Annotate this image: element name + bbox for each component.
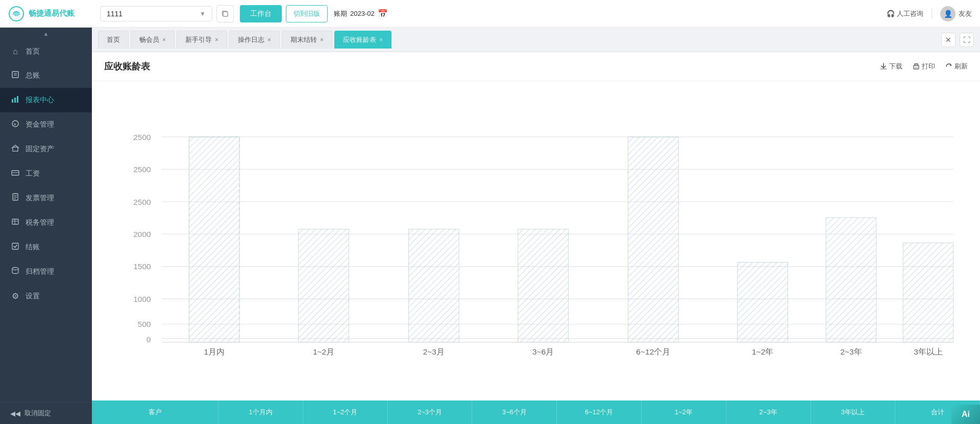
tab-home[interactable]: 首页 xyxy=(98,31,129,49)
svg-text:1~2月: 1~2月 xyxy=(313,347,334,356)
sidebar-item-settings[interactable]: ⚙ 设置 xyxy=(0,284,92,308)
sidebar-item-label-invoice: 发票管理 xyxy=(26,194,54,203)
sidebar-item-assets[interactable]: 固定资产 xyxy=(0,137,92,161)
refresh-button[interactable]: 刷新 xyxy=(945,62,968,71)
settlement-icon xyxy=(10,242,20,252)
svg-point-21 xyxy=(12,268,18,270)
logo-area: 畅捷通易代账 xyxy=(8,6,100,22)
sidebar-item-settlement[interactable]: 结账 xyxy=(0,235,92,260)
assets-icon xyxy=(10,144,20,154)
invoice-icon xyxy=(10,193,20,203)
svg-text:2500: 2500 xyxy=(133,133,151,142)
tab-oplog[interactable]: 操作日志 × xyxy=(229,31,280,49)
svg-rect-47 xyxy=(738,262,788,342)
user-area[interactable]: 👤 友友 xyxy=(940,6,972,21)
sidebar-item-funds[interactable]: ¥ 资金管理 xyxy=(0,112,92,137)
period-area: 账期 2023-02 📅 xyxy=(334,9,388,18)
sidebar-scroll: ▲ ⌂ 首页 总账 xyxy=(0,28,92,402)
svg-rect-49 xyxy=(903,243,953,342)
page-title: 应收账龄表 xyxy=(104,60,150,73)
tab-aging-label: 应收账龄表 xyxy=(343,35,376,44)
sidebar-item-reports[interactable]: 报表中心 xyxy=(0,88,92,112)
period-label: 账期 xyxy=(334,9,347,18)
pin-icon: ◀◀ xyxy=(10,410,20,417)
sidebar-item-label-payroll: 工资 xyxy=(26,169,40,178)
tab-yearend-close[interactable]: × xyxy=(320,36,324,43)
svg-text:2000: 2000 xyxy=(133,230,151,239)
sidebar-item-home[interactable]: ⌂ 首页 xyxy=(0,40,92,63)
tab-member-close[interactable]: × xyxy=(162,36,166,43)
ai-badge[interactable]: Ai xyxy=(951,405,980,424)
company-dropdown-icon: ▼ xyxy=(200,10,206,17)
copy-button[interactable] xyxy=(216,5,234,22)
svg-text:3~6月: 3~6月 xyxy=(532,347,554,356)
ledger-icon xyxy=(10,70,20,81)
chart-svg: 2500 2500 2500 2000 1500 1000 500 0 xyxy=(104,89,968,401)
company-name: 1111 xyxy=(107,10,197,18)
home-icon: ⌂ xyxy=(10,47,20,56)
refresh-label: 刷新 xyxy=(954,62,968,71)
sidebar-item-archive[interactable]: 归档管理 xyxy=(0,260,92,284)
workbench-button[interactable]: 工作台 xyxy=(240,5,282,22)
svg-text:0: 0 xyxy=(146,335,151,344)
svg-rect-2 xyxy=(12,72,18,78)
svg-text:1000: 1000 xyxy=(133,295,151,303)
svg-text:500: 500 xyxy=(138,320,151,328)
tabs-actions: ✕ ⛶ xyxy=(941,33,974,47)
sidebar-item-label-archive: 归档管理 xyxy=(26,267,54,276)
table-col-1-2year: 1~2年 xyxy=(642,401,726,424)
page-actions: 下载 打印 xyxy=(880,62,968,71)
sidebar-item-label-settings: 设置 xyxy=(26,292,40,301)
svg-rect-45 xyxy=(518,229,569,342)
sidebar-item-invoice[interactable]: 发票管理 xyxy=(0,186,92,210)
tab-aging[interactable]: 应收账龄表 × xyxy=(334,31,391,49)
scroll-up-indicator: ▲ xyxy=(43,31,49,37)
table-header: 客户 1个月内 1~2个月 2~3个月 3~6个月 6~12个月 1~2年 2~… xyxy=(92,401,980,424)
sidebar-item-label-assets: 固定资产 xyxy=(26,145,54,154)
svg-text:1~2年: 1~2年 xyxy=(752,347,773,356)
sidebar-item-label-tax: 税务管理 xyxy=(26,218,54,227)
tab-guide[interactable]: 新手引导 × xyxy=(177,31,227,49)
content-area: 首页 畅会员 × 新手引导 × 操作日志 × 期末结转 × 应收账龄表 × xyxy=(92,28,980,424)
svg-rect-46 xyxy=(628,137,678,342)
tab-guide-close[interactable]: × xyxy=(215,36,218,43)
svg-text:2500: 2500 xyxy=(133,165,151,174)
funds-icon: ¥ xyxy=(10,120,20,130)
table-col-2-3month: 2~3个月 xyxy=(388,401,473,424)
table-col-customer: 客户 xyxy=(92,401,218,424)
payroll-icon xyxy=(10,169,20,179)
tab-aging-close[interactable]: × xyxy=(379,36,383,43)
company-selector[interactable]: 1111 ▼ xyxy=(100,6,212,21)
sidebar-cancel-pin[interactable]: ◀◀ 取消固定 xyxy=(0,402,92,424)
tab-yearend[interactable]: 期末结转 × xyxy=(282,31,332,49)
tab-oplog-label: 操作日志 xyxy=(238,35,264,44)
sidebar-item-payroll[interactable]: 工资 xyxy=(0,161,92,186)
sidebar-item-tax[interactable]: 税务管理 xyxy=(0,210,92,235)
svg-text:3年以上: 3年以上 xyxy=(914,347,943,356)
tab-home-label: 首页 xyxy=(107,35,120,44)
avatar: 👤 xyxy=(940,6,955,21)
header-right: 🎧 人工咨询 👤 友友 xyxy=(887,6,972,21)
svg-text:1500: 1500 xyxy=(133,262,151,271)
calendar-icon[interactable]: 📅 xyxy=(378,9,388,18)
period-value: 2023-02 xyxy=(350,10,375,17)
print-button[interactable]: 打印 xyxy=(913,62,935,71)
tab-member[interactable]: 畅会员 × xyxy=(131,31,175,49)
ai-badge-label: Ai xyxy=(962,410,970,418)
table-col-1-2month: 1~2个月 xyxy=(303,401,388,424)
table-col-1month: 1个月内 xyxy=(218,401,303,424)
sidebar-item-ledger[interactable]: 总账 xyxy=(0,63,92,88)
download-label: 下载 xyxy=(889,62,902,71)
chart-area: 2500 2500 2500 2000 1500 1000 500 0 xyxy=(92,81,980,401)
download-button[interactable]: 下载 xyxy=(880,62,902,71)
tab-maximize-button[interactable]: ⛶ xyxy=(960,33,974,47)
switch-old-button[interactable]: 切到旧版 xyxy=(286,5,328,22)
tab-oplog-close[interactable]: × xyxy=(267,36,271,43)
tab-close-all-button[interactable]: ✕ xyxy=(941,33,955,47)
consultation-area[interactable]: 🎧 人工咨询 xyxy=(887,9,923,18)
cancel-pin-label: 取消固定 xyxy=(24,409,51,418)
svg-rect-17 xyxy=(12,219,18,224)
svg-rect-43 xyxy=(299,229,349,342)
svg-text:2~3月: 2~3月 xyxy=(423,347,445,356)
table-col-2-3year: 2~3年 xyxy=(726,401,811,424)
